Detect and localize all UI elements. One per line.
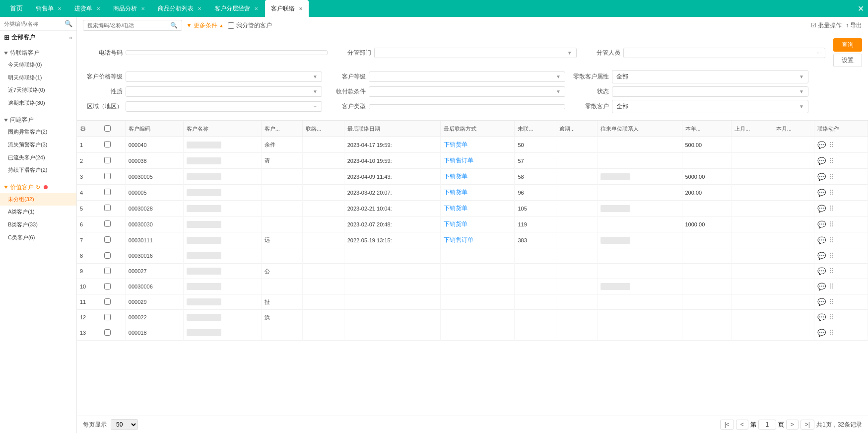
sidebar-item-ungrouped[interactable]: 未分组(32) bbox=[0, 193, 76, 206]
more-icon[interactable]: ⠿ bbox=[829, 313, 834, 321]
more-icon[interactable]: ⠿ bbox=[829, 220, 834, 228]
sidebar-group-title-value[interactable]: 价值客户 ↻ bbox=[0, 181, 76, 193]
page-size-select[interactable]: 50 20 100 bbox=[111, 419, 138, 430]
nav-tab-purchase[interactable]: 进货单 ✕ bbox=[68, 0, 106, 17]
row-select-checkbox[interactable] bbox=[104, 298, 111, 305]
row-select-checkbox[interactable] bbox=[104, 173, 111, 179]
comment-icon[interactable]: 💬 bbox=[817, 329, 826, 337]
row-select-checkbox[interactable] bbox=[104, 157, 111, 163]
row-select-checkbox[interactable] bbox=[104, 205, 111, 211]
nav-home[interactable]: 首页 bbox=[4, 4, 29, 13]
sidebar-item-class-a[interactable]: A类客户(1) bbox=[0, 206, 76, 218]
search-icon[interactable]: 🔍 bbox=[65, 20, 72, 27]
last-method-link[interactable]: 下销货单 bbox=[444, 220, 467, 227]
row-select-checkbox[interactable] bbox=[104, 268, 111, 274]
close-icon[interactable]: ✕ bbox=[254, 6, 258, 11]
nav-tab-customer-contact[interactable]: 客户联络 ✕ bbox=[265, 0, 309, 17]
window-close-button[interactable]: ✕ bbox=[858, 4, 864, 13]
last-method-link[interactable]: 下销货单 bbox=[444, 173, 467, 180]
row-checkbox[interactable] bbox=[101, 137, 125, 153]
close-icon[interactable]: ✕ bbox=[58, 6, 62, 11]
filter-search-input[interactable] bbox=[87, 22, 168, 28]
close-icon[interactable]: ✕ bbox=[198, 6, 201, 11]
last-method-link[interactable]: 下销货单 bbox=[444, 205, 467, 212]
comment-icon[interactable]: 💬 bbox=[817, 141, 826, 149]
last-page-btn[interactable]: >| bbox=[801, 420, 814, 430]
row-checkbox[interactable] bbox=[101, 248, 125, 264]
filter-input-nature[interactable]: ▼ bbox=[126, 86, 322, 97]
row-checkbox[interactable] bbox=[101, 325, 125, 341]
more-icon[interactable]: ⠿ bbox=[829, 329, 834, 337]
sidebar-item-today[interactable]: 今天待联络(0) bbox=[0, 59, 76, 72]
comment-icon[interactable]: 💬 bbox=[817, 220, 826, 228]
refresh-icon[interactable]: ↻ bbox=[36, 184, 40, 191]
row-checkbox[interactable] bbox=[101, 294, 125, 310]
sidebar-group-title-problem[interactable]: 问题客户 bbox=[0, 113, 76, 126]
comment-icon[interactable]: 💬 bbox=[817, 283, 826, 290]
sidebar-item-overdue[interactable]: 逾期未联络(30) bbox=[0, 97, 76, 110]
th-gear[interactable]: ⚙ bbox=[77, 121, 101, 137]
search-icon[interactable]: 🔍 bbox=[170, 22, 178, 29]
last-method-link[interactable]: 下销售订单 bbox=[444, 236, 473, 243]
comment-icon[interactable]: 💬 bbox=[817, 205, 826, 213]
th-name[interactable]: 客户名称 bbox=[183, 121, 261, 137]
th-last-date[interactable]: 最后联络日期 bbox=[344, 121, 441, 137]
th-code[interactable]: 客户编码 bbox=[125, 121, 183, 137]
filter-input-customer-level[interactable]: ▼ bbox=[369, 72, 565, 82]
row-checkbox[interactable] bbox=[101, 264, 125, 279]
row-select-checkbox[interactable] bbox=[104, 314, 111, 320]
comment-icon[interactable]: 💬 bbox=[817, 313, 826, 321]
row-select-checkbox[interactable] bbox=[104, 141, 111, 147]
last-method-link[interactable]: 下销货单 bbox=[444, 189, 467, 196]
last-method-link[interactable]: 下销售订单 bbox=[444, 157, 473, 164]
row-select-checkbox[interactable] bbox=[104, 236, 111, 243]
comment-icon[interactable]: 💬 bbox=[817, 267, 826, 275]
more-icon[interactable]: ⠿ bbox=[829, 173, 834, 181]
next-page-btn[interactable]: > bbox=[786, 420, 799, 430]
th-checkbox[interactable] bbox=[101, 121, 125, 137]
row-select-checkbox[interactable] bbox=[104, 189, 111, 195]
prev-page-btn[interactable]: < bbox=[736, 420, 748, 430]
collapse-icon[interactable]: « bbox=[69, 34, 72, 41]
close-icon[interactable]: ✕ bbox=[96, 6, 100, 11]
export-button[interactable]: ↑ 导出 bbox=[846, 21, 862, 30]
sidebar-item-tomorrow[interactable]: 明天待联络(1) bbox=[0, 72, 76, 84]
sidebar-item-churn-warning[interactable]: 流失预警客户(3) bbox=[0, 139, 76, 151]
my-customers-checkbox[interactable]: 我分管的客户 bbox=[228, 21, 272, 30]
sidebar-item-7days[interactable]: 近7天待联络(0) bbox=[0, 84, 76, 97]
sidebar-search-input[interactable] bbox=[4, 21, 63, 27]
row-select-checkbox[interactable] bbox=[104, 252, 111, 259]
more-icon[interactable]: ⠿ bbox=[829, 189, 834, 197]
row-checkbox[interactable] bbox=[101, 279, 125, 294]
filter-input-phone[interactable] bbox=[126, 50, 328, 55]
more-conditions-btn[interactable]: ▼ 更多条件 ▲ bbox=[186, 21, 224, 30]
row-checkbox[interactable] bbox=[101, 185, 125, 201]
page-input[interactable] bbox=[758, 420, 776, 430]
comment-icon[interactable]: 💬 bbox=[817, 189, 826, 197]
row-checkbox[interactable] bbox=[101, 201, 125, 216]
close-icon[interactable]: ✕ bbox=[141, 6, 145, 11]
comment-icon[interactable]: 💬 bbox=[817, 157, 826, 165]
last-method-link[interactable]: 下销货单 bbox=[444, 141, 467, 148]
reset-button[interactable]: 设置 bbox=[833, 54, 862, 67]
more-icon[interactable]: ⠿ bbox=[829, 283, 834, 290]
filter-input-dept[interactable]: ▼ bbox=[374, 48, 576, 58]
row-checkbox[interactable] bbox=[101, 153, 125, 169]
filter-search-box[interactable]: 🔍 bbox=[83, 20, 182, 31]
comment-icon[interactable]: 💬 bbox=[817, 298, 826, 306]
my-customers-check[interactable] bbox=[228, 22, 234, 29]
more-icon[interactable]: ⠿ bbox=[829, 267, 834, 275]
sidebar-item-abnormal[interactable]: 囤购异常客户(2) bbox=[0, 126, 76, 139]
sidebar-item-class-c[interactable]: C类客户(6) bbox=[0, 231, 76, 244]
comment-icon[interactable]: 💬 bbox=[817, 252, 826, 260]
comment-icon[interactable]: 💬 bbox=[817, 173, 826, 181]
filter-input-customer-type[interactable] bbox=[369, 104, 565, 109]
row-select-checkbox[interactable] bbox=[104, 283, 111, 289]
filter-input-price-level[interactable]: ▼ bbox=[126, 72, 322, 82]
row-checkbox[interactable] bbox=[101, 169, 125, 185]
more-icon[interactable]: ⠿ bbox=[829, 141, 834, 149]
nav-tab-analysis-list[interactable]: 商品分析列表 ✕ bbox=[152, 0, 207, 17]
sidebar-item-class-b[interactable]: B类客户(33) bbox=[0, 218, 76, 231]
more-icon[interactable]: ⠿ bbox=[829, 236, 834, 244]
row-select-checkbox[interactable] bbox=[104, 220, 111, 227]
